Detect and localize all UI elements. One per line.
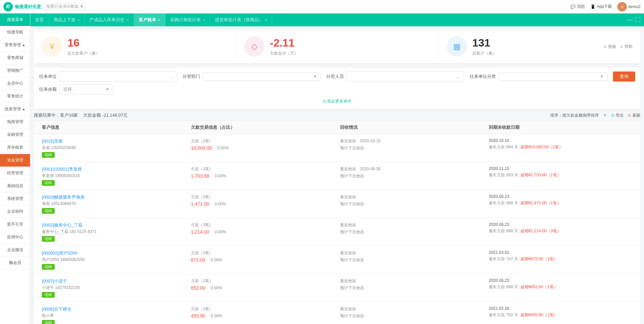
sidebar-item-retail-stats[interactable]: 零售统计: [0, 90, 30, 103]
overdue-days: 最长欠款 998 天 超期¥1,214.00（3笔）: [489, 228, 633, 234]
tab-close-icon-2[interactable]: ×: [127, 18, 129, 22]
app-download-button[interactable]: 📱 App下载: [590, 4, 612, 9]
overdue-link[interactable]: 超期¥652.00（1笔）: [521, 285, 558, 289]
tab-close-icon-4[interactable]: ×: [203, 18, 205, 22]
message-button[interactable]: 💬 消息: [570, 4, 585, 9]
col-header-duedate: 到期未收款日期: [486, 124, 635, 130]
dept-select[interactable]: ▼: [203, 72, 320, 81]
debt-pct: 0.00%: [215, 202, 226, 206]
customer-name[interactable]: [000002]用户2050: [42, 250, 186, 256]
customer-name[interactable]: [0001020001]李老师: [42, 166, 186, 172]
customer-badge: 现销: [42, 264, 55, 270]
owed-customers-number: 16: [67, 37, 100, 49]
debt-count: 欠款（1笔）: [191, 166, 335, 172]
overdue-link[interactable]: 超期¥672.00（1笔）: [521, 257, 558, 261]
tab-minimize-icon[interactable]: —: [627, 17, 633, 23]
person-input[interactable]: ...: [346, 71, 464, 82]
sidebar-item-member[interactable]: 会员中心: [0, 77, 30, 90]
card-icon-yuan: ¥: [42, 36, 62, 57]
overdue-link[interactable]: 超期¥455.90（1笔）: [521, 313, 558, 317]
cell-debt-info: 欠款（3笔） 1,214.00 0.00%: [188, 222, 337, 235]
cell-due-date: 2021.03.01 最长欠款 747 天 超期¥672.00（1笔）: [486, 250, 635, 262]
table-row: [0001020001]李老师 李老师 18600391516 现销 欠款（1笔…: [34, 162, 641, 190]
sidebar-item-quick-nav[interactable]: 快捷导航: [0, 26, 30, 39]
cell-recovery: 最近收款 预计下次收款: [337, 306, 486, 319]
owed-amount-label: 欠款合计（万）: [270, 51, 298, 56]
overdue-link[interactable]: 超期¥1,471.00（1笔）: [521, 201, 561, 205]
due-date: 2021.03.01: [489, 250, 633, 255]
overdue-link[interactable]: 超期¥1,703.68（1笔）: [521, 173, 561, 177]
unit-class-select[interactable]: ▼: [499, 72, 608, 81]
sidebar-item-app-center[interactable]: 应用中心: [0, 231, 30, 244]
chevron-down-icon-2: ▼: [600, 74, 604, 79]
filter-unit-class: 往来单位分类 ▼: [470, 72, 608, 81]
overdue-days: 最长欠款 998 天 超期¥652.00（1笔）: [489, 284, 633, 290]
tab-purchase-order[interactable]: 采购订单统计表 ×: [165, 13, 210, 26]
tab-prod-instock[interactable]: 产成品入库单历史 ×: [85, 13, 134, 26]
sidebar-item-batch-mgmt[interactable]: 批发管理 ▲: [0, 103, 30, 116]
tab-close-icon[interactable]: ×: [78, 18, 80, 22]
card-info-owed-customers: 16 总欠款客户（家）: [67, 37, 100, 56]
debt-amount: 1,703.68: [191, 173, 209, 179]
customer-phone: 吴俊 13026203696: [42, 145, 186, 151]
sidebar-item-purchase[interactable]: 采购管理: [0, 128, 30, 141]
debt-count: 欠款（3笔）: [191, 222, 335, 228]
query-button[interactable]: 查询: [613, 71, 635, 82]
sidebar-item-basic[interactable]: 基础信息: [0, 180, 30, 193]
sidebar-item-system[interactable]: 系统管理: [0, 193, 30, 205]
filter-person: 分管人员 ...: [326, 71, 464, 82]
video-link[interactable]: ⊙ 视频: [603, 44, 616, 50]
user-menu[interactable]: d demo2: [617, 2, 641, 11]
sidebar-item-ops[interactable]: 经营管理: [0, 167, 30, 180]
latest-payment: 最近收款: [340, 194, 484, 200]
customer-name[interactable]: [0007]小进干: [42, 278, 186, 284]
debt-amount: 1,471.00: [191, 201, 209, 207]
content-area: ¥ 16 总欠款客户（家） ◇ -2.11 欠款合计（万） ▦: [30, 26, 644, 324]
filter-row-1: 往来单位 ... 分管部门 ▼ 分管人员: [39, 71, 635, 82]
tab-product-offshelf[interactable]: 商品上下架 ×: [49, 13, 85, 26]
from-unit-input[interactable]: ...: [59, 71, 177, 82]
chevron-icon-2: ▲: [22, 107, 25, 111]
cell-due-date: 2020.11.15 最长欠款 853 天 超期¥1,703.68（1笔）: [486, 166, 635, 178]
dots-icon: ...: [169, 73, 173, 80]
sidebar-search[interactable]: 搜索菜单: [0, 13, 30, 26]
sidebar-item-retail-mgmt[interactable]: 零售管理 ▲: [0, 39, 30, 52]
balance-label: 往来余额: [39, 86, 57, 92]
sidebar-item-retail-mall[interactable]: 零售商城: [0, 52, 30, 64]
help-link[interactable]: ⊙ 帮助: [620, 44, 633, 50]
sidebar-item-finance[interactable]: 资金管理: [0, 154, 30, 167]
next-payment: 预计下次收款: [340, 145, 484, 151]
col-header-debt: 欠款交易信息（占比）: [188, 124, 337, 130]
refresh-button[interactable]: ⊙ 刷新: [628, 113, 641, 118]
overdue-link[interactable]: 超期¥1,214.00（3笔）: [521, 229, 561, 233]
customer-name[interactable]: [0002]服务中心_丁磊: [42, 222, 186, 228]
tab-home[interactable]: 首页: [30, 13, 49, 26]
export-button[interactable]: ⊙ 导出: [611, 113, 624, 118]
sidebar-item-wecom[interactable]: 企业微信: [0, 244, 30, 257]
tab-instock-stats[interactable]: 进货单统计表（按商品） ×: [210, 13, 272, 26]
sidebar-item-inventory[interactable]: 库存核算: [0, 141, 30, 154]
sidebar-item-enterprise[interactable]: 企业协同: [0, 205, 30, 218]
collapse-bar[interactable]: ⋀ 收起更多条件: [39, 97, 635, 105]
tab-customer-ledger[interactable]: 客户账本 ×: [134, 13, 165, 26]
sidebar-item-member2[interactable]: 畅会员: [0, 257, 30, 269]
sidebar-item-guide[interactable]: 新手引导: [0, 218, 30, 231]
sidebar-item-ecommerce[interactable]: 电商管理: [0, 116, 30, 128]
next-payment: 预计下次收款: [340, 173, 484, 179]
summary-cards: ¥ 16 总欠款客户（家） ◇ -2.11 欠款合计（万） ▦: [34, 30, 641, 63]
table-row: [0006]去下粮仓 陈小希 现销 欠款（1笔） 455.90 0.00% 最近…: [34, 302, 641, 324]
person-field[interactable]: [350, 74, 456, 79]
tab-close-icon-5[interactable]: ×: [265, 18, 267, 22]
balance-select[interactable]: 选择... ▼: [59, 84, 113, 94]
tab-maximize-icon[interactable]: ⛶: [635, 17, 641, 23]
total-customers-number: 131: [472, 37, 497, 49]
from-unit-field[interactable]: [63, 74, 169, 79]
customer-name[interactable]: [0016]吴俊: [42, 138, 186, 144]
sidebar-item-marketing[interactable]: 营销推广: [0, 64, 30, 77]
demo-selector[interactable]: 母婴行业演示账套 ▼: [44, 3, 86, 10]
customer-name[interactable]: [0003]畅捷服务尹海燕: [42, 194, 186, 200]
tab-close-icon-3[interactable]: ×: [158, 18, 160, 22]
overdue-link[interactable]: 超期¥10,000.00（1笔）: [521, 145, 563, 149]
customer-phone: 用户2050 18665062050: [42, 257, 186, 263]
customer-name[interactable]: [0006]去下粮仓: [42, 306, 186, 312]
